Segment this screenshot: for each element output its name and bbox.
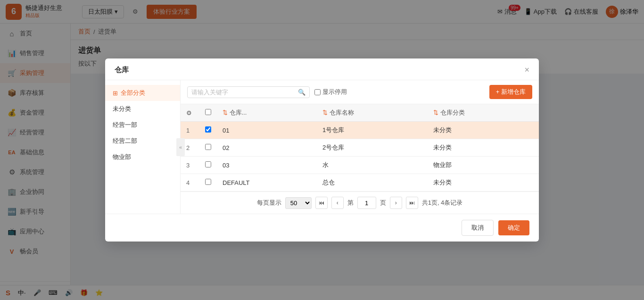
page-unit: 页 [380, 199, 386, 207]
table-row[interactable]: 2 02 2号仓库 未分类 [181, 139, 539, 157]
modal-header: 仓库 × [105, 58, 539, 80]
total-info: 共1页, 4条记录 [422, 199, 463, 207]
col-settings: ⚙ [181, 104, 199, 122]
category-unsorted-label: 未分类 [113, 105, 131, 113]
grid-icon: ⊞ [113, 90, 118, 97]
collapse-panel-button[interactable]: « [176, 138, 185, 156]
cancel-button[interactable]: 取消 [462, 220, 494, 236]
table-row[interactable]: 4 DEFAULT 总仓 未分类 [181, 174, 539, 192]
row-category: 未分类 [428, 174, 539, 192]
table-panel: 🔍 显示停用 + 新增仓库 ⚙ [181, 80, 539, 214]
row-name: 1号仓库 [317, 122, 428, 139]
prev-page-button[interactable]: ‹ [331, 197, 344, 209]
page-size-select[interactable]: 50 10 20 100 [285, 197, 312, 209]
col-name-label: 仓库名称 [330, 109, 354, 116]
next-page-button[interactable]: › [390, 197, 402, 209]
warehouse-table: ⚙ ⇅ 仓库... ⇅ 仓库名称 [181, 104, 539, 192]
row-checkbox[interactable] [199, 157, 217, 174]
show-disabled-checkbox[interactable] [314, 89, 321, 95]
row-num: 4 [181, 174, 199, 192]
category-property-label: 物业部 [113, 153, 131, 161]
row-category: 未分类 [428, 122, 539, 139]
category-property[interactable]: 物业部 [105, 149, 180, 165]
row-name: 2号仓库 [317, 139, 428, 157]
row-num: 3 [181, 157, 199, 174]
category-ops2-label: 经营二部 [113, 137, 137, 145]
table-header: ⚙ ⇅ 仓库... ⇅ 仓库名称 [181, 104, 539, 122]
row-name: 总仓 [317, 174, 428, 192]
row-name: 水 [317, 157, 428, 174]
modal-footer: 取消 确定 [105, 214, 539, 242]
category-panel: ⊞ 全部分类 未分类 经营一部 经营二部 物业部 « [105, 80, 181, 214]
warehouse-table-wrap: ⚙ ⇅ 仓库... ⇅ 仓库名称 [181, 104, 539, 192]
search-input-wrap: 🔍 [187, 86, 310, 98]
row-category: 物业部 [428, 157, 539, 174]
page-number-input[interactable] [357, 197, 376, 209]
col-category-label: 仓库分类 [440, 109, 465, 116]
col-code-label: 仓库... [230, 109, 247, 116]
warehouse-modal: 仓库 × ⊞ 全部分类 未分类 经营一部 经营二部 [105, 58, 539, 242]
col-category[interactable]: ⇅ 仓库分类 [428, 104, 539, 122]
row-checkbox[interactable] [199, 122, 217, 139]
sort-icon3: ⇅ [433, 109, 438, 116]
modal-title: 仓库 [115, 66, 129, 75]
category-all-label: 全部分类 [121, 89, 145, 97]
per-page-label: 每页显示 [257, 199, 281, 207]
row-category: 未分类 [428, 139, 539, 157]
last-page-button[interactable]: ⏭ [406, 197, 418, 209]
category-ops1[interactable]: 经营一部 [105, 117, 180, 133]
row-code: 03 [217, 157, 317, 174]
modal-body: ⊞ 全部分类 未分类 经营一部 经营二部 物业部 « [105, 80, 539, 214]
category-all[interactable]: ⊞ 全部分类 [105, 85, 180, 101]
first-page-button[interactable]: ⏮ [315, 197, 328, 209]
add-warehouse-button[interactable]: + 新增仓库 [489, 85, 532, 99]
col-code[interactable]: ⇅ 仓库... [217, 104, 317, 122]
modal-overlay[interactable]: 仓库 × ⊞ 全部分类 未分类 经营一部 经营二部 [0, 0, 644, 300]
row-num: 1 [181, 122, 199, 139]
page-label: 第 [347, 199, 354, 207]
category-ops1-label: 经营一部 [113, 121, 137, 129]
confirm-button[interactable]: 确定 [498, 220, 529, 235]
show-disabled-label[interactable]: 显示停用 [314, 88, 347, 96]
sort-icon: ⇅ [223, 109, 228, 116]
col-name[interactable]: ⇅ 仓库名称 [317, 104, 428, 122]
row-code: DEFAULT [217, 174, 317, 192]
row-checkbox[interactable] [199, 139, 217, 157]
row-code: 02 [217, 139, 317, 157]
search-icon[interactable]: 🔍 [298, 89, 305, 96]
modal-close-button[interactable]: × [524, 65, 529, 75]
right-toolbar: 🔍 显示停用 + 新增仓库 [181, 80, 539, 104]
pagination: 每页显示 50 10 20 100 ⏮ ‹ 第 页 › ⏭ 共1页, 4条记录 [181, 192, 539, 214]
category-unsorted[interactable]: 未分类 [105, 101, 180, 117]
show-disabled-text: 显示停用 [322, 88, 347, 96]
category-ops2[interactable]: 经营二部 [105, 133, 180, 149]
table-body: 1 01 1号仓库 未分类 2 02 2号仓库 [181, 122, 539, 192]
row-code: 01 [217, 122, 317, 139]
search-input[interactable] [191, 89, 296, 96]
sort-icon2: ⇅ [322, 109, 328, 116]
select-all-checkbox[interactable] [205, 109, 211, 115]
table-row[interactable]: 3 03 水 物业部 [181, 157, 539, 174]
row-checkbox[interactable] [199, 174, 217, 192]
col-checkbox [199, 104, 217, 122]
table-row[interactable]: 1 01 1号仓库 未分类 [181, 122, 539, 139]
